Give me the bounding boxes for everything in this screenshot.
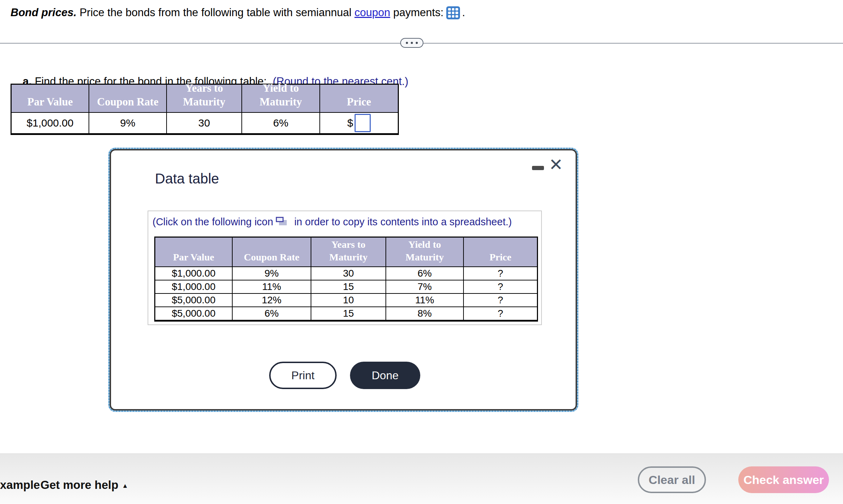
col-header-price: Price bbox=[320, 85, 398, 113]
col-header-coupon-rate: Coupon Rate bbox=[89, 85, 167, 113]
table-cell: 10 bbox=[311, 294, 386, 307]
coupon-link[interactable]: coupon bbox=[355, 5, 390, 20]
copy-icon[interactable] bbox=[276, 217, 288, 227]
col-header-coupon-rate: Coupon Rate bbox=[233, 238, 311, 267]
dollar-sign-label: $ bbox=[347, 117, 353, 129]
copy-instruction: (Click on the following icon in order to… bbox=[153, 216, 512, 228]
table-cell: $5,000.00 bbox=[155, 307, 233, 321]
page: Bond prices. Price the bonds from the fo… bbox=[0, 0, 843, 504]
footer-bar: xample Get more help ▲ Clear all Check a… bbox=[0, 453, 843, 504]
table-cell: ? bbox=[464, 280, 537, 294]
price-answer-cell: $ bbox=[320, 113, 398, 134]
done-button[interactable]: Done bbox=[350, 362, 420, 389]
question-title: Bond prices. bbox=[11, 5, 77, 20]
print-button[interactable]: Print bbox=[269, 362, 337, 389]
table-cell: 8% bbox=[386, 307, 464, 321]
table-cell: 12% bbox=[233, 294, 311, 307]
copy-instruction-before: (Click on the following icon bbox=[153, 216, 273, 228]
yield-to-maturity-cell: 6% bbox=[242, 113, 320, 134]
table-cell: 15 bbox=[311, 280, 386, 294]
table-cell: $1,000.00 bbox=[155, 267, 233, 280]
close-icon[interactable]: ✕ bbox=[549, 156, 563, 173]
ellipsis-icon bbox=[416, 42, 418, 44]
dialog-title: Data table bbox=[155, 171, 219, 187]
table-cell: 6% bbox=[233, 307, 311, 321]
ellipsis-icon bbox=[406, 42, 408, 44]
years-to-maturity-cell: 30 bbox=[167, 113, 242, 134]
table-cell: ? bbox=[464, 294, 537, 307]
dialog-button-row: Print Done bbox=[111, 362, 578, 389]
check-answer-button[interactable]: Check answer bbox=[738, 466, 829, 493]
data-table-dialog: Data table ✕ (Click on the following ico… bbox=[110, 149, 577, 411]
table-cell: 15 bbox=[311, 307, 386, 321]
bond-answer-table: Par Value Coupon Rate Years toMaturity Y… bbox=[11, 84, 399, 135]
table-cell: ? bbox=[464, 307, 537, 321]
question-prompt: Bond prices. Price the bonds from the fo… bbox=[11, 5, 465, 20]
col-header-years-to-maturity: Years toMaturity bbox=[167, 85, 242, 113]
data-table-panel: (Click on the following icon in order to… bbox=[148, 211, 542, 325]
table-cell: 11% bbox=[233, 280, 311, 294]
col-header-yield-to-maturity: Yield toMaturity bbox=[242, 85, 320, 113]
clear-all-button[interactable]: Clear all bbox=[638, 466, 706, 493]
ellipsis-icon bbox=[411, 42, 413, 44]
question-period: . bbox=[462, 5, 465, 20]
example-link[interactable]: xample bbox=[0, 478, 40, 492]
dialog-data-table: Par Value Coupon Rate Years toMaturity Y… bbox=[154, 237, 538, 322]
table-cell: $1,000.00 bbox=[155, 280, 233, 294]
minimize-icon[interactable] bbox=[532, 166, 544, 170]
table-cell: 11% bbox=[386, 294, 464, 307]
col-header-yield-to-maturity: Yield toMaturity bbox=[386, 238, 464, 267]
question-text: Price the bonds from the following table… bbox=[77, 5, 355, 20]
col-header-price: Price bbox=[464, 238, 537, 267]
table-cell: 7% bbox=[386, 280, 464, 294]
par-value-cell: $1,000.00 bbox=[12, 113, 89, 134]
spreadsheet-icon[interactable] bbox=[446, 6, 460, 19]
table-cell: 9% bbox=[233, 267, 311, 280]
expand-collapse-button[interactable] bbox=[400, 38, 423, 48]
table-cell: ? bbox=[464, 267, 537, 280]
price-input[interactable] bbox=[355, 114, 371, 132]
coupon-rate-cell: 9% bbox=[89, 113, 167, 134]
table-cell: $5,000.00 bbox=[155, 294, 233, 307]
get-more-help-button[interactable]: Get more help ▲ bbox=[40, 478, 128, 492]
col-header-par-value: Par Value bbox=[155, 238, 233, 267]
col-header-par-value: Par Value bbox=[12, 85, 89, 113]
table-cell: 6% bbox=[386, 267, 464, 280]
col-header-years-to-maturity: Years toMaturity bbox=[311, 238, 386, 267]
chevron-up-icon: ▲ bbox=[122, 482, 128, 490]
question-text-tail: payments: bbox=[390, 5, 443, 20]
copy-instruction-after: in order to copy its contents into a spr… bbox=[291, 216, 512, 228]
table-cell: 30 bbox=[311, 267, 386, 280]
